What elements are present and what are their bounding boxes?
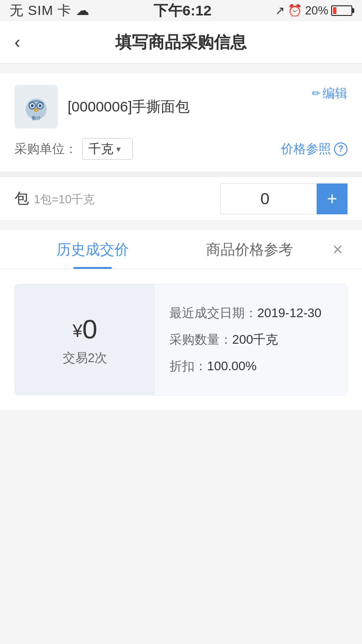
product-name: [0000006]手撕面包 xyxy=(68,97,190,117)
history-card: ¥0 交易2次 最近成交日期：2019-12-30 采购数量：200千克 折扣：… xyxy=(14,284,348,395)
tab-history-price[interactable]: 历史成交价 xyxy=(14,230,171,269)
product-image: 数计 xyxy=(14,85,58,128)
status-icons: ↗ ⏰ 20% xyxy=(275,4,352,17)
price-reference-button[interactable]: 价格参照 ? xyxy=(281,140,348,157)
page-title: 填写商品采购信息 xyxy=(115,31,247,54)
quantity-row: 包 1包=10千克 + xyxy=(0,177,362,221)
help-icon: ? xyxy=(334,142,348,156)
battery-icon xyxy=(331,5,352,16)
section-divider xyxy=(0,171,362,177)
recent-date-row: 最近成交日期：2019-12-30 xyxy=(169,304,333,322)
discount-label: 折扣： xyxy=(169,359,207,373)
battery-text: 20% xyxy=(305,4,328,17)
edit-button[interactable]: ✏ 编辑 xyxy=(312,85,348,102)
purchase-qty-value: 200千克 xyxy=(232,332,278,347)
svg-point-6 xyxy=(39,104,42,107)
discount-row: 折扣：100.00% xyxy=(169,357,333,376)
svg-point-7 xyxy=(34,108,39,112)
purchase-quantity-row: 采购数量：200千克 xyxy=(169,330,333,349)
svg-point-5 xyxy=(31,104,34,107)
plus-icon: + xyxy=(327,189,337,209)
purchase-qty-label: 采购数量： xyxy=(169,332,232,347)
quantity-input[interactable] xyxy=(220,183,317,214)
unit-value: 千克 xyxy=(88,140,113,157)
price-ref-label: 价格参照 xyxy=(281,140,331,157)
unit-dropdown[interactable]: 千克 ▾ xyxy=(82,138,133,160)
tab-area: 历史成交价 商品价格参考 × ¥0 交易2次 最近成交日期：2019-12-30… xyxy=(0,230,362,410)
nav-bar: ‹ 填写商品采购信息 xyxy=(0,21,362,64)
status-bar: 无 SIM 卡 ☁ 下午6:12 ↗ ⏰ 20% xyxy=(0,0,362,21)
history-details: 最近成交日期：2019-12-30 采购数量：200千克 折扣：100.00% xyxy=(155,284,347,395)
history-price-value: ¥0 xyxy=(72,313,97,345)
dropdown-arrow-icon: ▾ xyxy=(116,144,121,154)
unit-selector-row: 采购单位： 千克 ▾ xyxy=(14,138,133,160)
discount-value: 100.00% xyxy=(207,359,257,373)
page-background xyxy=(0,410,362,644)
tab-bar: 历史成交价 商品价格参考 × xyxy=(0,230,362,269)
quantity-controls: + xyxy=(220,183,348,214)
tab-close-button[interactable]: × xyxy=(328,235,348,265)
recent-date-value: 2019-12-30 xyxy=(257,306,321,320)
quantity-conversion-label: 1包=10千克 xyxy=(34,192,95,207)
location-icon: ↗ xyxy=(275,4,285,17)
carrier-text: 无 SIM 卡 ☁ xyxy=(10,1,90,20)
quantity-plus-button[interactable]: + xyxy=(317,183,348,214)
back-button[interactable]: ‹ xyxy=(14,28,25,57)
quantity-unit-label: 包 xyxy=(14,189,29,209)
recent-date-label: 最近成交日期： xyxy=(169,306,257,320)
edit-icon: ✏ xyxy=(312,87,320,100)
alarm-icon: ⏰ xyxy=(288,4,302,17)
tab-content-history: ¥0 交易2次 最近成交日期：2019-12-30 采购数量：200千克 折扣：… xyxy=(0,269,362,410)
owl-logo-icon: 数计 xyxy=(19,90,53,124)
unit-label: 采购单位： xyxy=(14,140,77,157)
svg-text:数计: 数计 xyxy=(31,116,41,121)
time-text: 下午6:12 xyxy=(153,1,211,21)
tab-product-price-ref[interactable]: 商品价格参考 xyxy=(171,230,327,269)
currency-symbol: ¥ xyxy=(72,321,82,341)
history-price-summary: ¥0 交易2次 xyxy=(15,284,155,395)
product-card: 数计 [0000006]手撕面包 ✏ 编辑 采购单位： 千克 ▾ 价格参照 ? xyxy=(0,73,362,171)
history-trades-count: 交易2次 xyxy=(63,350,107,366)
